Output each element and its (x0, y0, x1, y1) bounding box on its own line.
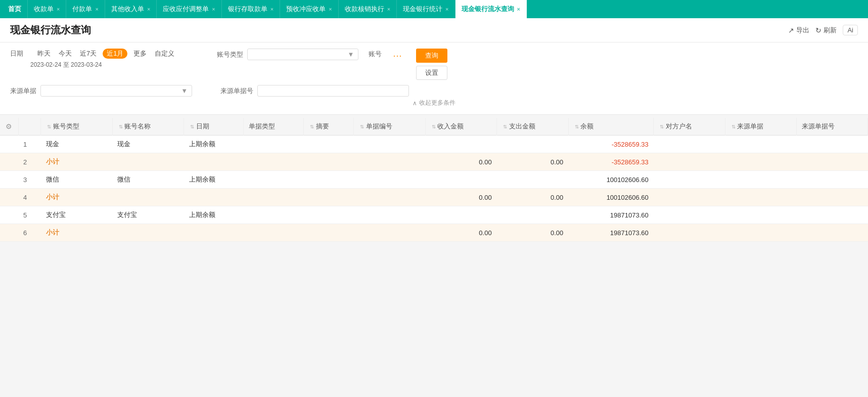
th-source-doc-no[interactable]: 来源单据号 (797, 118, 868, 136)
row-doc-type-3 (243, 189, 303, 206)
row-income-5: 0.00 (425, 224, 497, 242)
row-account-type-4: 支付宝 (41, 206, 113, 224)
th-account-name[interactable]: ⇅ 账号名称 (112, 118, 184, 136)
row-balance-0: -3528659.33 (568, 136, 654, 153)
row-date-0: 上期余额 (184, 136, 244, 153)
account-type-label: 账号类型 (217, 50, 243, 59)
row-gear-3 (0, 189, 18, 206)
th-counterparty[interactable]: ⇅ 对方户名 (654, 118, 725, 136)
row-date-1 (184, 153, 244, 171)
row-income-4 (425, 206, 497, 224)
row-gear-4 (0, 206, 18, 224)
row-source-doc-no-2 (797, 171, 868, 189)
close-ar-ap-icon[interactable]: × (212, 6, 215, 12)
close-receipt-verify-icon[interactable]: × (387, 6, 390, 12)
row-income-1: 0.00 (425, 153, 497, 171)
nav-home[interactable]: 首页 (2, 0, 28, 18)
table-body: 1 现金 现金 上期余额 -3528659.33 2 小计 0.00 0.00 … (0, 136, 868, 242)
source-doc-select[interactable]: ▼ (40, 85, 192, 97)
row-income-2 (425, 171, 497, 189)
nav-payment[interactable]: 付款单 × (66, 0, 105, 18)
nav-receipt[interactable]: 收款单 × (28, 0, 66, 18)
ai-button[interactable]: Ai (843, 25, 858, 35)
row-source-doc-5 (725, 224, 797, 242)
row-doc-no-3 (354, 189, 426, 206)
table-header-row: ⚙ ⇅ 账号类型 ⇅ 账号名称 ⇅ 日期 单据类型 (0, 118, 868, 136)
header-actions: ↗ 导出 ↻ 刷新 Ai (788, 25, 858, 35)
account-type-select[interactable]: ▼ (247, 49, 358, 60)
row-doc-no-1 (354, 153, 426, 171)
th-account-type[interactable]: ⇅ 账号类型 (41, 118, 113, 136)
row-summary-3 (304, 189, 354, 206)
shortcut-custom[interactable]: 自定义 (153, 49, 176, 59)
table-row: 3 微信 微信 上期余额 100102606.60 (0, 171, 868, 189)
nav-prepay-offset[interactable]: 预收冲应收单 × (280, 0, 338, 18)
row-summary-5 (304, 224, 354, 242)
account-dots-button[interactable]: ... (393, 49, 402, 59)
nav-cash-bank-stats[interactable]: 现金银行统计 × (397, 0, 455, 18)
row-account-name-3 (112, 189, 184, 206)
th-gear: ⚙ (0, 118, 18, 136)
collapse-bar[interactable]: ∧ 收起更多条件 (10, 97, 858, 110)
page-title: 现金银行流水查询 (10, 23, 91, 37)
row-date-2: 上期余额 (184, 171, 244, 189)
row-account-name-5 (112, 224, 184, 242)
th-doc-no[interactable]: ⇅ 单据编号 (354, 118, 426, 136)
nav-ar-ap-adjust[interactable]: 应收应付调整单 × (157, 0, 221, 18)
row-num-0: 1 (18, 136, 41, 153)
th-summary[interactable]: ⇅ 摘要 (304, 118, 354, 136)
close-receipt-icon[interactable]: × (57, 6, 60, 12)
table-row: 4 小计 0.00 0.00 100102606.60 (0, 189, 868, 206)
th-expense[interactable]: ⇅ 支出金额 (497, 118, 569, 136)
refresh-button[interactable]: ↻ 刷新 (815, 26, 837, 35)
th-date[interactable]: ⇅ 日期 (184, 118, 244, 136)
row-summary-4 (304, 206, 354, 224)
row-account-name-0: 现金 (112, 136, 184, 153)
source-doc-label: 来源单据 (10, 86, 36, 96)
source-doc-no-label: 来源单据号 (220, 86, 253, 96)
row-counterparty-2 (654, 171, 725, 189)
sort-doc-no-icon: ⇅ (360, 124, 364, 129)
refresh-icon: ↻ (815, 26, 821, 34)
settings-button[interactable]: 设置 (416, 66, 447, 80)
row-doc-type-1 (243, 153, 303, 171)
shortcut-more[interactable]: 更多 (131, 49, 149, 59)
th-doc-type[interactable]: 单据类型 (243, 118, 303, 136)
row-date-4: 上期余额 (184, 206, 244, 224)
shortcut-yesterday[interactable]: 昨天 (35, 49, 53, 59)
sort-account-name-icon: ⇅ (119, 124, 123, 129)
row-expense-2 (497, 171, 569, 189)
source-doc-arrow-icon: ▼ (181, 87, 188, 95)
close-payment-icon[interactable]: × (95, 6, 98, 12)
query-button[interactable]: 查询 (416, 49, 447, 63)
th-source-doc[interactable]: ⇅ 来源单据 (725, 118, 797, 136)
shortcut-7days[interactable]: 近7天 (78, 49, 99, 59)
row-income-3: 0.00 (425, 189, 497, 206)
th-balance[interactable]: ⇅ 余额 (568, 118, 654, 136)
row-counterparty-1 (654, 153, 725, 171)
row-doc-no-0 (354, 136, 426, 153)
row-source-doc-no-5 (797, 224, 868, 242)
th-income[interactable]: ⇅ 收入金额 (425, 118, 497, 136)
close-other-income-icon[interactable]: × (147, 6, 150, 12)
page-header: 现金银行流水查询 ↗ 导出 ↻ 刷新 Ai (0, 18, 868, 42)
row-source-doc-1 (725, 153, 797, 171)
row-date-3 (184, 189, 244, 206)
close-prepay-icon[interactable]: × (329, 6, 332, 12)
close-bank-deposit-icon[interactable]: × (270, 6, 273, 12)
close-stats-icon[interactable]: × (445, 6, 448, 12)
shortcut-today[interactable]: 今天 (57, 49, 74, 59)
shortcut-1month[interactable]: 近1月 (103, 49, 127, 59)
sort-counterparty-icon: ⇅ (660, 124, 664, 129)
nav-bank-deposit[interactable]: 银行存取款单 × (222, 0, 280, 18)
close-flow-icon[interactable]: × (517, 6, 520, 12)
nav-cash-bank-flow[interactable]: 现金银行流水查询 × (455, 0, 527, 18)
source-doc-no-input[interactable] (257, 85, 409, 97)
nav-receipt-verify[interactable]: 收款核销执行 × (339, 0, 397, 18)
export-button[interactable]: ↗ 导出 (788, 26, 809, 35)
nav-other-income[interactable]: 其他收入单 × (105, 0, 157, 18)
table-settings-icon[interactable]: ⚙ (6, 122, 12, 130)
row-doc-no-2 (354, 171, 426, 189)
row-source-doc-no-3 (797, 189, 868, 206)
row-expense-4 (497, 206, 569, 224)
